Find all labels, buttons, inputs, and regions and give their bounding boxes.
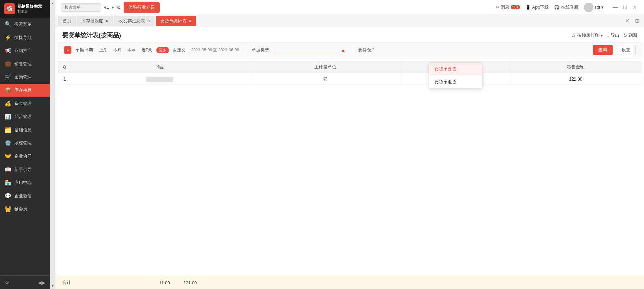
doc-number: 41: [104, 5, 109, 10]
type-input[interactable]: [273, 47, 341, 53]
sidebar-item-operations[interactable]: 📊 经营管理: [0, 110, 50, 123]
member-icon: 👑: [5, 206, 11, 212]
finance-icon: 💰: [5, 100, 11, 107]
dropdown-item-1[interactable]: 要货单退货: [429, 75, 482, 88]
tab-close-icon[interactable]: ✕: [105, 19, 109, 23]
sidebar-item-apps[interactable]: 🏪 应用中心: [0, 176, 50, 189]
search-input[interactable]: [61, 3, 101, 12]
sidebar-item-label: 畅会员: [14, 206, 27, 212]
collab-icon: 🤝: [5, 153, 11, 159]
sidebar-footer: ⚙ ◀▶: [0, 275, 50, 289]
sidebar-item-label: 应用中心: [14, 180, 32, 186]
warehouse-more-icon[interactable]: ···: [381, 47, 385, 53]
sidebar-item-member[interactable]: 👑 畅会员: [0, 202, 50, 216]
apps-icon: 🏪: [5, 179, 11, 186]
date-last-month-btn[interactable]: 上月: [97, 47, 109, 54]
dropdown-item-0[interactable]: 要货单要货: [429, 63, 482, 75]
sidebar-item-marketing[interactable]: 📢 营销推广: [0, 44, 50, 57]
sidebar-item-system[interactable]: ⚙️ 系统管理: [0, 136, 50, 150]
settings-topbar-icon[interactable]: ⚙: [117, 5, 121, 10]
sidebar-header: 畅 畅捷通好生意 标准版: [0, 0, 50, 18]
maximize-button[interactable]: □: [621, 4, 629, 11]
col-unit: 主计量单位: [249, 61, 402, 73]
close-button[interactable]: ✕: [630, 3, 639, 11]
date-more-btn[interactable]: 更多: [156, 47, 169, 53]
sidebar-item-label: 资金管理: [14, 101, 32, 107]
minimize-button[interactable]: —: [611, 4, 620, 11]
industry-btn[interactable]: 体验行业方案: [124, 2, 160, 13]
print-action[interactable]: 🖨 按模板打印 ▾: [572, 32, 603, 38]
sidebar-item-wxwork[interactable]: 💬 企业微信: [0, 189, 50, 202]
online-service-action[interactable]: 🎧 在线客服: [554, 4, 578, 10]
settings-icon[interactable]: ⚙: [5, 279, 9, 286]
phone-icon: 📱: [525, 5, 531, 10]
sidebar-item-sales[interactable]: 💼 销售管理: [0, 57, 50, 70]
filter-settings-button[interactable]: 设置: [617, 45, 636, 55]
cell-amount: 121.00: [510, 73, 641, 85]
sidebar-item-collab[interactable]: 🤝 企业协同: [0, 150, 50, 163]
tab-1[interactable]: 库存批次账✕: [77, 16, 113, 26]
avatar: [584, 3, 593, 12]
scroll-up-button[interactable]: ▲: [50, 0, 55, 6]
page-actions: 🖨 按模板打印 ▾ ↓ 导出 ↻ 刷新: [572, 32, 638, 38]
filter-bar: » 单据日期 上月 本月 本年 近7天 更多 自定义 2023-05-06 至 …: [58, 42, 641, 58]
basic-icon: 🗂️: [5, 127, 11, 133]
sidebar-item-label: 快捷导航: [14, 35, 32, 41]
tab-restore-button[interactable]: ⊞: [633, 17, 641, 25]
sidebar-item-search[interactable]: 🔍 搜索菜单: [0, 18, 50, 31]
scroll-down-button[interactable]: ▼: [50, 283, 55, 289]
search-icon: 🔍: [5, 21, 11, 27]
sidebar-item-purchase[interactable]: 🛒 采购管理: [0, 70, 50, 84]
filter-expand-button[interactable]: »: [64, 46, 71, 54]
data-table: ⚙ 商品 主计量单位 主数量 零售金额 1 块 11.00 121.00: [58, 61, 641, 85]
tab-close-all-button[interactable]: ✕: [623, 17, 631, 25]
export-action[interactable]: ↓ 导出: [607, 32, 620, 38]
collapse-icon[interactable]: ◀▶: [38, 280, 45, 285]
app-title: 畅捷通好生意 标准版: [18, 4, 42, 14]
tab-close-icon[interactable]: ✕: [189, 19, 192, 23]
tab-3[interactable]: 要货单统计表✕: [156, 16, 196, 26]
dropdown-arrow-icon[interactable]: ▾: [112, 5, 114, 10]
col-settings[interactable]: ⚙: [58, 61, 71, 73]
sidebar-item-inventory[interactable]: 📦 库存核算: [0, 84, 50, 97]
print-arrow-icon: ▾: [601, 33, 603, 38]
sales-icon: 💼: [5, 61, 11, 67]
sidebar-item-guide[interactable]: 📖 新手引导: [0, 163, 50, 176]
date-this-month-btn[interactable]: 本月: [111, 47, 123, 54]
system-icon: ⚙️: [5, 140, 11, 146]
sidebar-item-label: 库存核算: [14, 87, 32, 93]
tab-close-icon[interactable]: ✕: [147, 19, 150, 23]
tab-0[interactable]: 首页: [58, 16, 76, 26]
filter-divider-2: [352, 47, 352, 53]
user-dropdown-icon: ▾: [601, 5, 604, 10]
tabs-window-controls: ✕ ⊞: [623, 17, 641, 25]
date-range: 2023-05-06 至 2023-06-06: [191, 47, 239, 53]
query-button[interactable]: 查询: [593, 45, 613, 55]
sidebar-item-label: 采购管理: [14, 74, 32, 80]
date-custom-btn[interactable]: 自定义: [171, 47, 187, 54]
tab-label: 收发存汇总表: [119, 18, 145, 24]
col-amount: 零售金额: [510, 61, 641, 73]
cell-product: [71, 73, 249, 85]
date-this-year-btn[interactable]: 本年: [125, 47, 138, 54]
sidebar-item-basic[interactable]: 🗂️ 基础信息: [0, 123, 50, 136]
type-dropdown-arrow-icon[interactable]: ▲: [341, 47, 345, 53]
cell-seq: 1: [58, 73, 71, 85]
sidebar-item-finance[interactable]: 💰 资金管理: [0, 97, 50, 110]
sidebar-item-label: 销售管理: [14, 61, 32, 67]
tab-2[interactable]: 收发存汇总表✕: [114, 16, 154, 26]
app-download-action[interactable]: 📱 App下载: [525, 4, 549, 10]
sidebar-item-label: 营销推广: [14, 48, 32, 54]
content-area: 要货单统计表(按商品) 🖨 按模板打印 ▾ ↓ 导出 ↻ 刷新 »: [55, 27, 644, 289]
table-wrapper: ⚙ 商品 主计量单位 主数量 零售金额 1 块 11.00 121.00: [55, 61, 644, 276]
refresh-action[interactable]: ↻ 刷新: [623, 32, 637, 38]
sidebar-item-quick[interactable]: ⚡ 快捷导航: [0, 31, 50, 44]
window-controls: — □ ✕: [611, 3, 639, 11]
user-avatar-action[interactable]: Rit ▾: [584, 3, 604, 12]
message-action[interactable]: ✉ 消息 99+: [496, 4, 520, 10]
date-7days-btn[interactable]: 近7天: [140, 47, 154, 54]
refresh-icon: ↻: [623, 33, 627, 38]
quick-icon: ⚡: [5, 34, 11, 41]
topbar-right: ✉ 消息 99+ 📱 App下载 🎧 在线客服 Rit ▾: [496, 3, 604, 12]
page-header: 要货单统计表(按商品) 🖨 按模板打印 ▾ ↓ 导出 ↻ 刷新: [55, 27, 644, 42]
